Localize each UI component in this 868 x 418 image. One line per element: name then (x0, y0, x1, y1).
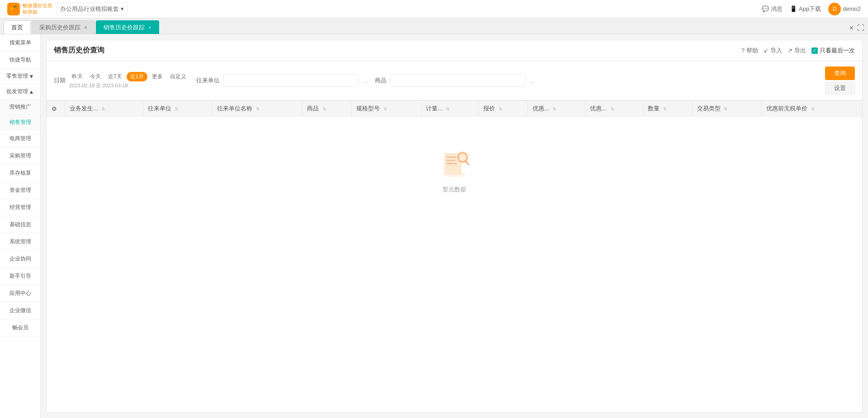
tab-purchase-history[interactable]: 采购历史价跟踪 × (32, 20, 95, 34)
sidebar-item-quick-nav[interactable]: 快捷导航 (0, 52, 40, 69)
sidebar-item-finance-mgmt[interactable]: 资金管理 (0, 182, 40, 199)
partner-dots-btn[interactable]: ... (363, 77, 368, 84)
sort-icon: ⇅ (724, 106, 727, 111)
help-icon: ? (741, 47, 745, 54)
date-btn-last1month[interactable]: 近1月 (127, 72, 148, 81)
col-partner-name[interactable]: 往来单位名称 ⇅ (212, 101, 302, 117)
product-input[interactable] (390, 74, 526, 87)
sidebar-item-purchase-mgmt[interactable]: 采购管理 (0, 147, 40, 165)
sidebar-item-sales-mgmt[interactable]: 销售管理 (0, 115, 40, 130)
sidebar-item-ecommerce-mgmt[interactable]: 电商管理 (0, 130, 40, 147)
product-dots-btn[interactable]: ... (529, 77, 534, 84)
filter-area: 日期 昨天 今天 近7天 近1月 更多 自定义 2023-02-18 至 202… (47, 61, 862, 100)
col-settings[interactable]: ⚙ (47, 101, 65, 117)
page-content: 销售历史价查询 ? 帮助 ↙ 导入 ↗ 导出 (41, 34, 868, 418)
download-icon: 📱 (790, 5, 797, 12)
date-label: 日期 (54, 76, 66, 85)
tab-sales-history[interactable]: 销售历史价跟踪 × (96, 20, 159, 34)
date-btn-custom[interactable]: 自定义 (167, 72, 189, 81)
date-shortcuts: 昨天 今天 近7天 近1月 更多 自定义 (69, 72, 189, 81)
sidebar-item-search-menu[interactable]: 搜索菜单 (0, 34, 40, 52)
tab-home[interactable]: 首页 (4, 20, 31, 34)
partner-label: 往来单位 (196, 76, 220, 85)
sidebar-item-new-user-guide[interactable]: 新手引导 (0, 268, 40, 285)
export-icon: ↗ (788, 47, 793, 54)
tab-bar: 首页 采购历史价跟踪 × 销售历史价跟踪 × × ⛶ (0, 18, 868, 34)
col-quote[interactable]: 报价 ⇅ (479, 101, 528, 117)
svg-rect-3 (446, 160, 455, 161)
col-discount2[interactable]: 优惠... ⇅ (585, 101, 643, 117)
date-btn-more[interactable]: 更多 (149, 72, 165, 81)
empty-state: 暂元数据 (47, 117, 862, 221)
date-btn-today[interactable]: 今天 (87, 72, 104, 81)
help-btn[interactable]: ? 帮助 (741, 47, 758, 55)
page-header: 销售历史价查询 ? 帮助 ↙ 导入 ↗ 导出 (47, 40, 862, 61)
col-pretax-price[interactable]: 优惠前无税单价 ⇅ (762, 101, 862, 117)
close-all-tabs-btn[interactable]: × (849, 24, 854, 32)
col-spec[interactable]: 规格型号 ⇅ (352, 101, 421, 117)
col-product[interactable]: 商品 ⇅ (302, 101, 352, 117)
user-profile[interactable]: D demo2 (828, 3, 861, 15)
sidebar-item-wholesale-mgmt[interactable]: 批发管理 ▲ (0, 84, 40, 100)
col-quantity[interactable]: 数量 ⇅ (643, 101, 692, 117)
chevron-down-icon: ▾ (121, 5, 124, 12)
product-filter-group: 商品 ... (375, 74, 534, 87)
date-range-text: 2023-02-18 至 2023-03-18 (69, 82, 189, 89)
app-download-btn[interactable]: 📱 App下载 (790, 5, 821, 13)
sidebar-item-enterprise-collab[interactable]: 企业协同 (0, 251, 40, 268)
sidebar-item-system-mgmt[interactable]: 系统管理 (0, 233, 40, 251)
sort-icon: ⇅ (811, 106, 815, 111)
sidebar-item-operations-mgmt[interactable]: 经营管理 (0, 199, 40, 216)
col-unit[interactable]: 计量... ⇅ (421, 101, 479, 117)
page-header-actions: ? 帮助 ↙ 导入 ↗ 导出 ✓ 只看最后一次 (741, 47, 855, 55)
import-icon: ↙ (764, 47, 769, 54)
page-card: 销售历史价查询 ? 帮助 ↙ 导入 ↗ 导出 (46, 40, 863, 413)
filter-actions: 查询 设置 (825, 66, 855, 95)
header-left: 🍊 畅捷通好生意 标准版 办公用品行业模拟账套 ▾ (7, 3, 128, 15)
date-btn-last7days[interactable]: 近7天 (105, 72, 125, 81)
content-area: 销售历史价查询 ? 帮助 ↙ 导入 ↗ 导出 (41, 34, 868, 418)
data-table: ⚙ 业务发生... ⇅ 往来单位 ⇅ 往来单位名称 (47, 100, 862, 117)
sort-icon: ⇅ (446, 106, 449, 111)
close-purchase-tab-icon[interactable]: × (84, 24, 87, 31)
sort-icon: ⇅ (552, 106, 556, 111)
sidebar-item-marketing[interactable]: 营销推广 (0, 100, 40, 115)
top-header: 🍊 畅捷通好生意 标准版 办公用品行业模拟账套 ▾ 💬 消息 📱 App下载 D… (0, 0, 868, 18)
col-biz-date[interactable]: 业务发生... ⇅ (65, 101, 143, 117)
sort-icon: ⇅ (322, 106, 326, 111)
sort-icon: ⇅ (610, 106, 614, 111)
col-trade-type[interactable]: 交易类型 ⇅ (692, 101, 762, 117)
sort-icon: ⇅ (499, 106, 502, 111)
logo-area: 🍊 畅捷通好生意 标准版 (7, 3, 52, 15)
product-label: 商品 (375, 76, 387, 85)
message-icon: 💬 (762, 5, 769, 12)
sidebar-item-inventory[interactable]: 库存核算 (0, 165, 40, 182)
sort-icon: ⇅ (256, 106, 259, 111)
col-discount1[interactable]: 优惠... ⇅ (528, 101, 585, 117)
chevron-down-icon: ▼ (29, 73, 34, 80)
settings-button[interactable]: 设置 (825, 82, 855, 95)
import-btn[interactable]: ↙ 导入 (764, 47, 782, 55)
fullscreen-btn[interactable]: ⛶ (857, 24, 864, 32)
export-btn[interactable]: ↗ 导出 (788, 47, 806, 55)
sort-icon: ⇅ (175, 106, 178, 111)
sidebar-item-basic-info[interactable]: 基础信息 (0, 216, 40, 233)
sort-icon: ⇅ (663, 106, 667, 111)
only-last-checkbox-label[interactable]: ✓ 只看最后一次 (811, 47, 855, 55)
sidebar-item-app-center[interactable]: 应用中心 (0, 285, 40, 302)
sidebar-item-member[interactable]: 畅会员 (0, 319, 40, 337)
header-right: 💬 消息 📱 App下载 D demo2 (762, 3, 861, 15)
col-partner[interactable]: 往来单位 ⇅ (143, 101, 212, 117)
app-selector[interactable]: 办公用品行业模拟账套 ▾ (56, 3, 128, 15)
partner-input[interactable] (223, 74, 359, 87)
query-button[interactable]: 查询 (825, 66, 855, 80)
logo-text: 畅捷通好生意 标准版 (23, 3, 52, 14)
empty-icon (436, 144, 472, 180)
close-sales-tab-icon[interactable]: × (148, 24, 151, 31)
only-last-checkbox[interactable]: ✓ (811, 48, 818, 54)
sidebar-item-enterprise-wechat[interactable]: 企业微信 (0, 302, 40, 319)
sidebar-item-retail-mgmt[interactable]: 零售管理 ▼ (0, 69, 40, 84)
date-btn-yesterday[interactable]: 昨天 (69, 72, 85, 81)
message-btn[interactable]: 💬 消息 (762, 5, 783, 13)
sort-icon: ⇅ (383, 106, 387, 111)
